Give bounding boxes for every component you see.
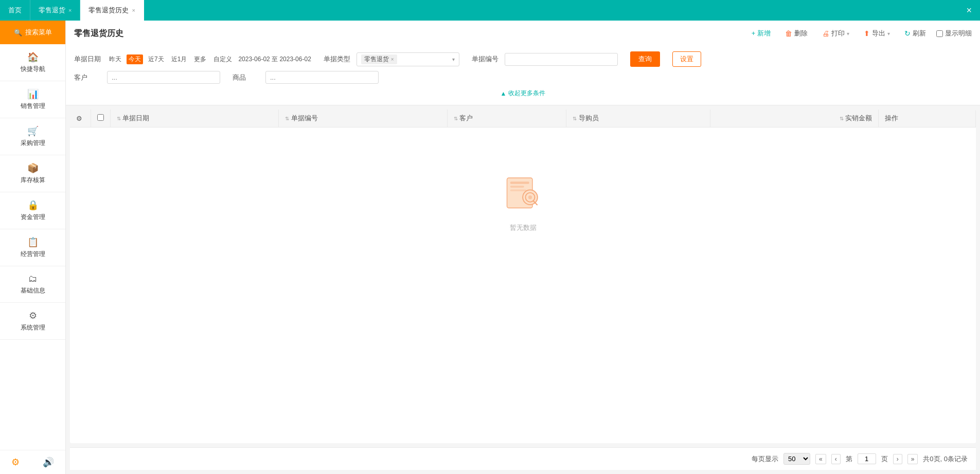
last-page-button[interactable]: » xyxy=(907,454,918,464)
page-number-input[interactable] xyxy=(858,453,876,464)
svg-rect-1 xyxy=(510,181,529,184)
th-guide-sort-icon[interactable]: ⇅ xyxy=(573,116,577,121)
th-amount: ⇅ 实销金额 xyxy=(710,110,879,127)
sidebar-item-base-info-label: 基础信息 xyxy=(21,286,45,295)
tab-retail-return[interactable]: 零售退货 × xyxy=(30,0,80,21)
first-page-button[interactable]: « xyxy=(815,454,826,464)
table-footer: 每页显示 50 10 20 100 « ‹ 第 页 › » 共0页, 0条记录 xyxy=(70,447,976,470)
date-opt-more[interactable]: 更多 xyxy=(192,54,208,64)
sidebar-item-inventory[interactable]: 📦 库存核算 xyxy=(0,155,65,192)
filter-customer: 客户 xyxy=(74,71,220,84)
date-opt-yesterday[interactable]: 昨天 xyxy=(107,54,123,64)
number-filter-label: 单据编号 xyxy=(472,54,501,64)
sales-icon: 📊 xyxy=(27,88,39,100)
prev-page-button[interactable]: ‹ xyxy=(831,454,841,464)
delete-icon: 🗑 xyxy=(785,29,792,38)
window-close-button[interactable]: × xyxy=(958,0,980,21)
sidebar-item-sales-label: 销售管理 xyxy=(21,102,45,111)
tab-retail-return-history-label: 零售退货历史 xyxy=(88,6,129,15)
number-filter-input[interactable] xyxy=(505,53,618,66)
tab-retail-return-history[interactable]: 零售退货历史 × xyxy=(80,0,144,21)
th-settings: ⚙ xyxy=(70,110,91,127)
export-chevron-icon: ▾ xyxy=(887,31,890,37)
sidebar-item-operations-label: 经营管理 xyxy=(21,250,45,259)
sidebar-item-finance-label: 资金管理 xyxy=(21,213,45,222)
total-label: 共0页, 0条记录 xyxy=(923,454,968,464)
purchase-icon: 🛒 xyxy=(27,125,39,137)
th-action-label: 操作 xyxy=(885,114,898,122)
filter-type: 单据类型 零售退货 × ▾ xyxy=(324,52,459,66)
type-tag-close[interactable]: × xyxy=(391,57,394,62)
operations-icon: 📋 xyxy=(27,236,39,248)
print-button[interactable]: 🖨 打印 ▾ xyxy=(818,27,853,40)
customer-filter-label: 客户 xyxy=(74,73,103,82)
print-icon: 🖨 xyxy=(822,29,829,38)
goods-filter-input[interactable] xyxy=(265,71,379,84)
select-all-checkbox[interactable] xyxy=(97,114,104,121)
next-page-button[interactable]: › xyxy=(893,454,902,464)
filter-date: 单据日期 昨天 今天 近7天 近1月 更多 自定义 2023-06-02 至 2… xyxy=(74,54,311,64)
th-customer-sort-icon[interactable]: ⇅ xyxy=(454,116,458,121)
tab-retail-return-history-close[interactable]: × xyxy=(132,7,135,13)
delete-button-label: 删除 xyxy=(794,29,808,38)
type-select-wrap[interactable]: 零售退货 × ▾ xyxy=(357,52,459,66)
refresh-button[interactable]: ↻ 刷新 xyxy=(900,27,930,40)
type-tag-value: 零售退货 xyxy=(364,55,389,64)
filter-row-2: 客户 商品 xyxy=(74,69,972,86)
date-opt-1month[interactable]: 近1月 xyxy=(169,54,189,64)
sidebar-item-purchase[interactable]: 🛒 采购管理 xyxy=(0,118,65,155)
sidebar-item-base-info[interactable]: 🗂 基础信息 xyxy=(0,266,65,303)
column-settings-icon[interactable]: ⚙ xyxy=(76,115,82,122)
tab-retail-return-close[interactable]: × xyxy=(68,7,72,13)
customer-filter-input[interactable] xyxy=(107,71,220,84)
sidebar-item-operations[interactable]: 📋 经营管理 xyxy=(0,229,65,266)
collapse-filter-button[interactable]: ▲ 收起更多条件 xyxy=(501,86,546,101)
tab-home[interactable]: 首页 xyxy=(0,0,30,21)
th-number: ⇅ 单据编号 xyxy=(279,110,448,127)
th-date-icon[interactable]: ⇅ xyxy=(117,116,121,121)
settings-bottom-icon[interactable]: ⚙ xyxy=(11,457,20,468)
type-select-chevron: ▾ xyxy=(452,57,455,62)
query-button[interactable]: 查询 xyxy=(630,51,660,67)
filter-row-1: 单据日期 昨天 今天 近7天 近1月 更多 自定义 2023-06-02 至 2… xyxy=(74,49,972,69)
type-tag: 零售退货 × xyxy=(361,54,397,64)
th-number-sort-icon[interactable]: ⇅ xyxy=(285,116,289,121)
th-amount-label: 实销金额 xyxy=(845,114,872,122)
th-amount-sort-icon[interactable]: ⇅ xyxy=(840,116,844,121)
delete-button[interactable]: 🗑 删除 xyxy=(781,27,812,40)
empty-state: 暂无数据 xyxy=(70,127,976,274)
page-size-label: 每页显示 xyxy=(752,454,778,464)
new-button[interactable]: + 新增 xyxy=(747,27,775,40)
export-button[interactable]: ⬆ 导出 ▾ xyxy=(860,27,894,40)
sidebar-item-quick-nav[interactable]: 🏠 快捷导航 xyxy=(0,44,65,81)
date-opt-7days[interactable]: 近7天 xyxy=(146,54,166,64)
table-container: ⚙ ⇅ 单据日期 ⇅ 单据编号 xyxy=(70,110,976,443)
goods-filter-label: 商品 xyxy=(233,73,261,82)
sidebar: 🔍 搜索菜单 🏠 快捷导航 📊 销售管理 🛒 采购管理 📦 库存核算 🔒 资金管… xyxy=(0,21,66,474)
sidebar-search-label: 搜索菜单 xyxy=(25,28,52,37)
th-action: 操作 xyxy=(879,110,976,127)
collapse-filter-label: 收起更多条件 xyxy=(508,89,545,98)
display-detail-checkbox-wrap: 显示明细 xyxy=(936,29,972,38)
sidebar-item-system[interactable]: ⚙ 系统管理 xyxy=(0,303,65,340)
date-filter-label: 单据日期 xyxy=(74,54,103,64)
sidebar-bottom: ⚙ 🔊 xyxy=(0,450,65,474)
sidebar-item-finance[interactable]: 🔒 资金管理 xyxy=(0,192,65,229)
page-title-bar: 零售退货历史 + 新增 🗑 删除 🖨 打印 ▾ ⬆ xyxy=(74,27,972,45)
table-header-row: ⚙ ⇅ 单据日期 ⇅ 单据编号 xyxy=(70,110,976,127)
print-button-label: 打印 xyxy=(831,29,845,38)
display-detail-checkbox[interactable] xyxy=(936,30,943,37)
settings-button[interactable]: 设置 xyxy=(672,51,701,67)
th-guide-label: 导购员 xyxy=(579,114,599,122)
sidebar-item-sales[interactable]: 📊 销售管理 xyxy=(0,81,65,118)
filter-number: 单据编号 xyxy=(472,53,618,66)
page-size-select[interactable]: 50 10 20 100 xyxy=(783,453,810,465)
page-label-prefix: 第 xyxy=(846,454,852,464)
date-opt-today[interactable]: 今天 xyxy=(127,54,143,64)
date-opt-custom[interactable]: 自定义 xyxy=(211,54,234,64)
sidebar-search[interactable]: 🔍 搜索菜单 xyxy=(0,21,65,44)
print-chevron-icon: ▾ xyxy=(847,31,849,37)
audio-icon[interactable]: 🔊 xyxy=(43,457,54,468)
refresh-button-label: 刷新 xyxy=(913,29,926,38)
top-bar: 首页 零售退货 × 零售退货历史 × × xyxy=(0,0,980,21)
